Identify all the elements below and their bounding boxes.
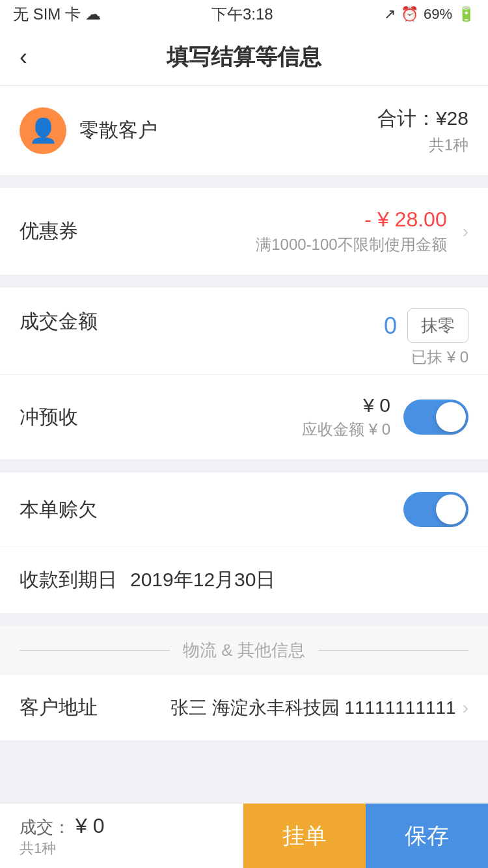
coupon-section[interactable]: 优惠券 - ¥ 28.00 满1000-100不限制使用金额 ›	[0, 188, 488, 275]
pre-receive-row: 冲预收 ¥ 0 应收金额 ¥ 0	[0, 374, 488, 459]
bottom-trans-label: 成交：	[20, 816, 70, 839]
sim-status: 无 SIM 卡 ☁	[13, 4, 101, 25]
prereceive-info: ¥ 0 应收金额 ¥ 0	[302, 394, 390, 440]
customer-row: 👤 零散客户 合计：¥28 共1种	[0, 86, 488, 175]
coupon-info: - ¥ 28.00 满1000-100不限制使用金额	[256, 208, 446, 255]
battery-icon: 🔋	[457, 6, 475, 23]
debt-section: 本单赊欠 收款到期日 2019年12月30日	[0, 472, 488, 613]
status-right: ↗ ⏰ 69% 🔋	[384, 6, 475, 23]
chevron-right-icon: ›	[463, 221, 468, 242]
total-amount: 合计：¥28	[377, 105, 468, 132]
address-chevron-icon: ›	[463, 698, 468, 718]
debt-row: 本单赊欠	[0, 472, 488, 547]
coupon-right: - ¥ 28.00 满1000-100不限制使用金额 ›	[256, 208, 468, 255]
round-zero-button[interactable]: 抹零	[407, 308, 468, 343]
prereceive-receivable: 应收金额 ¥ 0	[302, 419, 390, 440]
coupon-row[interactable]: 优惠券 - ¥ 28.00 满1000-100不限制使用金额 ›	[0, 188, 488, 275]
bottom-count: 共1种	[20, 839, 224, 858]
save-button[interactable]: 保存	[366, 804, 488, 869]
customer-name: 零散客户	[79, 117, 157, 144]
nav-bar: ‹ 填写结算等信息	[0, 29, 488, 86]
logistics-header: 物流 & 其他信息	[0, 626, 488, 675]
divider-left	[20, 650, 170, 651]
status-bar: 无 SIM 卡 ☁ 下午3:18 ↗ ⏰ 69% 🔋	[0, 0, 488, 29]
debt-toggle[interactable]	[403, 492, 468, 527]
debt-label: 本单赊欠	[20, 496, 98, 523]
total-count: 共1种	[377, 135, 468, 156]
hang-button[interactable]: 挂单	[243, 804, 366, 869]
page-title: 填写结算等信息	[167, 42, 321, 72]
transaction-label: 成交金额	[20, 308, 98, 335]
avatar-icon: 👤	[29, 117, 58, 144]
bottom-trans-amount: ¥ 0	[75, 814, 104, 838]
customer-info: 👤 零散客户	[20, 107, 157, 154]
address-value: 张三 海淀永丰科技园 11111111111	[111, 696, 456, 720]
pre-receive-label: 冲预收	[20, 404, 78, 431]
due-date-row[interactable]: 收款到期日 2019年12月30日	[0, 547, 488, 613]
bottom-summary: 成交： ¥ 0 共1种	[0, 814, 243, 858]
battery-text: 69%	[424, 6, 452, 23]
address-row[interactable]: 客户地址 张三 海淀永丰科技园 11111111111 ›	[0, 675, 488, 740]
prereceive-amount: ¥ 0	[363, 394, 390, 416]
divider-right	[318, 650, 468, 651]
alarm-icon: ⏰	[401, 6, 418, 23]
already-rounded-text: 已抹 ¥ 0	[411, 347, 468, 368]
status-left: 无 SIM 卡 ☁	[13, 4, 101, 25]
customer-section: 👤 零散客户 合计：¥28 共1种	[0, 86, 488, 175]
transaction-row: 成交金额 0 抹零 已抹 ¥ 0	[0, 288, 488, 374]
address-label: 客户地址	[20, 694, 98, 721]
transaction-input-area: 0 抹零	[319, 308, 468, 343]
coupon-desc: 满1000-100不限制使用金额	[256, 234, 446, 255]
transaction-section: 成交金额 0 抹零 已抹 ¥ 0 冲预收 ¥ 0 应收金额 ¥ 0	[0, 288, 488, 459]
transaction-value[interactable]: 0	[319, 312, 397, 340]
status-time: 下午3:18	[211, 4, 273, 25]
due-date-label: 收款到期日	[20, 567, 117, 593]
address-section[interactable]: 客户地址 张三 海淀永丰科技园 11111111111 ›	[0, 675, 488, 740]
back-button[interactable]: ‹	[20, 44, 27, 71]
logistics-label: 物流 & 其他信息	[183, 639, 305, 662]
customer-total: 合计：¥28 共1种	[377, 105, 468, 156]
due-date-value: 2019年12月30日	[130, 567, 275, 593]
pre-receive-toggle[interactable]	[403, 400, 468, 435]
bottom-bar: 成交： ¥ 0 共1种 挂单 保存	[0, 803, 488, 868]
location-icon: ↗	[384, 6, 396, 23]
avatar: 👤	[20, 107, 66, 154]
coupon-label: 优惠券	[20, 218, 78, 245]
coupon-discount: - ¥ 28.00	[256, 208, 446, 232]
